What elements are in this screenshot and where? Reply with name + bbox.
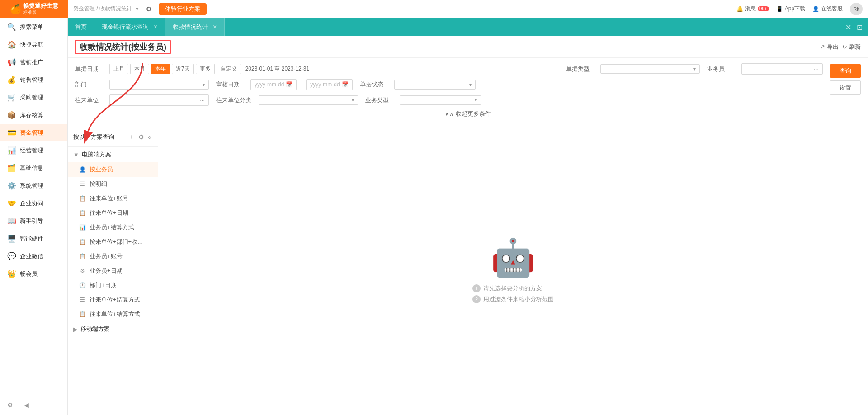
scheme-item-salesperson-account[interactable]: 📋 业务员+账号 <box>68 249 158 264</box>
scheme-panel-title: 按以下方案查询 <box>73 133 126 141</box>
voucher-status-select[interactable]: ▾ <box>394 80 476 90</box>
online-service-item[interactable]: 👤 在线客服 <box>812 5 843 13</box>
app-download-label: App下载 <box>785 5 805 13</box>
tab-close-all-icon[interactable]: ✕ <box>844 21 853 33</box>
receipt-tab-close-icon[interactable]: ✕ <box>212 24 217 30</box>
salesperson-scheme-icon: 👤 <box>79 166 86 173</box>
tab-receipt[interactable]: 收款情况统计 ✕ <box>165 18 225 36</box>
counterpart-category-select[interactable]: ▾ <box>259 95 358 105</box>
scheme-add-button[interactable]: ＋ <box>127 132 136 142</box>
collapse-more-button[interactable]: ∧∧ 收起更多条件 <box>75 106 861 122</box>
dept-select[interactable]: ▾ <box>109 80 209 90</box>
sidebar-item-wechat[interactable]: 💬 企业微信 <box>0 247 67 265</box>
sidebar-item-member[interactable]: 👑 畅会员 <box>0 265 67 283</box>
sidebar-item-label: 销售管理 <box>20 76 43 84</box>
scheme-item-label: 业务员+账号 <box>90 252 123 260</box>
online-service-label: 在线客服 <box>821 5 843 13</box>
review-date-end[interactable]: yyyy-mm-dd 📅 <box>306 79 352 90</box>
scheme-item-salesperson-settlement[interactable]: 📊 业务员+结算方式 <box>68 220 158 235</box>
this-year-btn[interactable]: 本年 <box>151 64 170 74</box>
tab-home[interactable]: 首页 <box>68 18 94 36</box>
export-label: 导出 <box>827 43 839 51</box>
sidebar-item-smarthw[interactable]: 🖥️ 智能硬件 <box>0 230 67 247</box>
counterpart-select[interactable]: ··· <box>109 94 209 106</box>
voucher-type-select[interactable]: ▾ <box>600 64 700 74</box>
breadcrumb-dropdown-icon[interactable]: ▾ <box>136 5 139 12</box>
date-label: 单据日期 <box>75 65 102 73</box>
counterpart-date-icon: 📋 <box>79 210 86 216</box>
scheme-item-by-salesperson[interactable]: 👤 按业务员 <box>68 162 158 177</box>
sidebar-item-basic[interactable]: 🗂️ 基础信息 <box>0 159 67 177</box>
scheme-group-desktop[interactable]: ▼ 电脑端方案 <box>68 147 158 162</box>
sidebar-collapse-button[interactable]: ◀ <box>20 399 33 411</box>
sidebar-item-system[interactable]: ⚙️ 系统管理 <box>0 177 67 194</box>
counterpart-cat-dropdown-icon: ▾ <box>352 98 354 103</box>
scheme-item-salesperson-date[interactable]: ⚙ 业务员+日期 <box>68 264 158 278</box>
review-date-label: 审核日期 <box>216 80 243 89</box>
salesperson-date-icon: ⚙ <box>79 268 86 274</box>
sidebar-item-inventory[interactable]: 📦 库存核算 <box>0 106 67 124</box>
more-date-btn[interactable]: 更多 <box>196 64 215 74</box>
date-range-text: 2023-01-01 至 2023-12-31 <box>245 65 309 73</box>
scheme-item-counterpart-date[interactable]: 📋 往来单位+日期 <box>68 206 158 220</box>
filter-settings-button[interactable]: 设置 <box>830 80 861 95</box>
sidebar-item-search[interactable]: 🔍 搜索菜单 <box>0 18 67 36</box>
sidebar-item-guide[interactable]: 📖 新手引导 <box>0 212 67 230</box>
page-title-bar: 收款情况统计(按业务员) ↗ 导出 ↻ 刷新 <box>68 36 868 58</box>
hint-text-1: 请先选择要分析的方案 <box>483 284 542 292</box>
sidebar-item-sales[interactable]: 💰 销售管理 <box>0 71 67 89</box>
review-date-start[interactable]: yyyy-mm-dd 📅 <box>250 79 297 90</box>
scheme-item-label: 部门+日期 <box>90 281 117 289</box>
counterpart-settlement1-icon: ☰ <box>79 297 86 303</box>
scheme-group-mobile[interactable]: ▶ 移动端方案 <box>68 321 158 337</box>
purchase-icon: 🛒 <box>7 93 16 102</box>
refresh-icon: ↻ <box>842 43 847 50</box>
scheme-item-by-counterpart-dept[interactable]: 📋 按来单位+部门+收... <box>68 235 158 249</box>
sidebar-item-purchase[interactable]: 🛒 采购管理 <box>0 89 67 106</box>
refresh-button[interactable]: ↻ 刷新 <box>842 43 861 51</box>
marketing-icon: 📢 <box>7 58 16 66</box>
status-dropdown-icon: ▾ <box>469 82 472 87</box>
scheme-item-counterpart-settlement1[interactable]: ☰ 往来单位+结算方式 <box>68 292 158 307</box>
scheme-panel: 按以下方案查询 ＋ ⚙ « ▼ 电脑端方案 👤 按业务员 ☰ 按明细 <box>68 127 158 415</box>
sidebar-settings-button[interactable]: ⚙ <box>4 399 16 411</box>
scheme-item-dept-date[interactable]: 🕐 部门+日期 <box>68 278 158 292</box>
sidebar-item-quicknav[interactable]: 🏠 快捷导航 <box>0 36 67 53</box>
system-icon: ⚙️ <box>7 181 16 190</box>
collapse-label: 收起更多条件 <box>456 110 491 118</box>
sidebar-item-label: 畅会员 <box>20 270 38 278</box>
sidebar-item-marketing[interactable]: 📢 营销推广 <box>0 53 67 71</box>
tab-maximize-icon[interactable]: ⊡ <box>855 21 864 33</box>
dept-label: 部门 <box>75 80 102 89</box>
scheme-gear-button[interactable]: ⚙ <box>137 132 145 141</box>
business-type-select[interactable]: ▾ <box>400 95 481 105</box>
scheme-item-label: 往来单位+日期 <box>90 209 128 217</box>
bank-tab-close-icon[interactable]: ✕ <box>153 24 158 30</box>
tab-bank[interactable]: 现金银行流水查询 ✕ <box>94 18 165 36</box>
this-month-btn[interactable]: 本月 <box>130 64 149 74</box>
sidebar-item-capital[interactable]: 💳 资金管理 <box>0 124 67 141</box>
last7-btn[interactable]: 近7天 <box>172 64 194 74</box>
notification-item[interactable]: 🔔 消息 99+ <box>736 5 769 13</box>
scheme-item-counterpart-settlement2[interactable]: 📋 往来单位+结算方式 <box>68 307 158 321</box>
salesperson-select[interactable]: ··· <box>741 63 823 75</box>
basic-icon: 🗂️ <box>7 164 16 172</box>
settings-icon[interactable]: ⚙ <box>142 3 155 15</box>
query-button[interactable]: 查询 <box>830 64 861 78</box>
sidebar-item-operation[interactable]: 📊 经营管理 <box>0 141 67 159</box>
export-button[interactable]: ↗ 导出 <box>820 43 839 51</box>
user-avatar[interactable]: Rit <box>850 3 863 15</box>
sidebar-item-label: 搜索菜单 <box>20 23 43 31</box>
sidebar-item-enterprise[interactable]: 🤝 企业协同 <box>0 194 67 212</box>
scheme-item-by-detail[interactable]: ☰ 按明细 <box>68 177 158 191</box>
bank-tab-label: 现金银行流水查询 <box>102 23 149 31</box>
last-month-btn[interactable]: 上月 <box>109 64 128 74</box>
sidebar-item-label: 快捷导航 <box>20 41 43 49</box>
sidebar-item-label: 新手引导 <box>20 217 43 225</box>
trial-button[interactable]: 体验行业方案 <box>159 3 207 15</box>
scheme-item-counterpart-account[interactable]: 📋 往来单位+账号 <box>68 191 158 206</box>
salesperson-account-icon: 📋 <box>79 253 86 259</box>
custom-date-btn[interactable]: 自定义 <box>217 64 241 74</box>
scheme-collapse-button[interactable]: « <box>147 132 152 141</box>
app-download-item[interactable]: 📱 App下载 <box>776 5 805 13</box>
